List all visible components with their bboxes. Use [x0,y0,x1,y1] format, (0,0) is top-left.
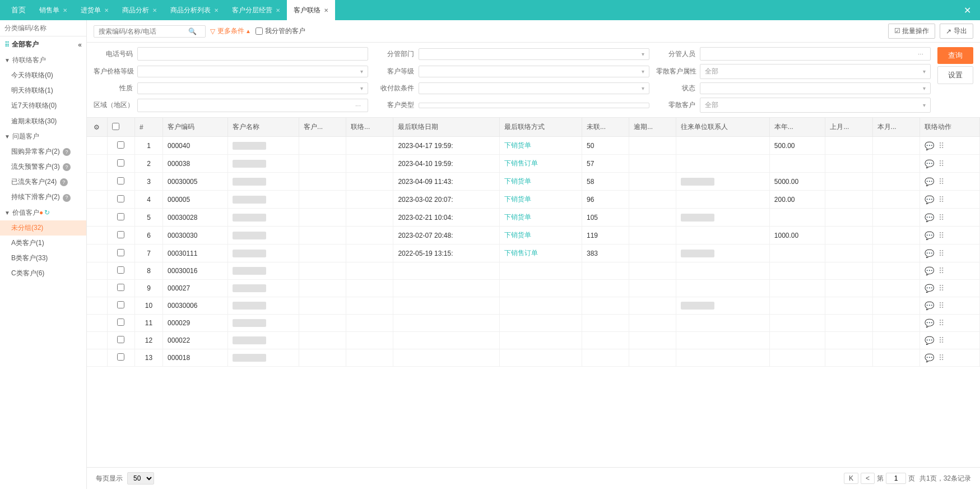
checkbox-col-header[interactable] [107,118,134,137]
row-last-method-cell[interactable]: 下销货单 [500,209,582,227]
menu-icon[interactable]: ⠿ [939,319,944,327]
row-last-method-cell[interactable] [500,315,582,332]
menu-icon[interactable]: ⠿ [939,284,944,293]
menu-icon[interactable]: ⠿ [939,159,944,168]
value-refresh-icon[interactable]: ↻ [44,209,50,216]
last-method-link[interactable]: 下销售订单 [504,159,538,167]
sidebar-item-class-b[interactable]: B类客户(33) [0,251,86,266]
chat-icon[interactable]: 💬 [925,141,934,150]
last-method-link[interactable]: 下销货单 [504,213,531,221]
row-checkbox[interactable] [117,301,124,308]
menu-icon[interactable]: ⠿ [939,213,944,222]
region-input[interactable]: ··· [137,99,368,112]
retail-attr-select[interactable]: 全部 ▾ [700,64,931,79]
window-close-btn[interactable]: ✕ [959,5,976,16]
row-checkbox-cell[interactable] [107,209,134,227]
customer-level-select[interactable]: ▾ [419,66,649,77]
row-checkbox[interactable] [117,266,124,274]
close-purchase-tab[interactable]: ✕ [104,7,109,13]
sidebar-item-today[interactable]: 今天待联络(0) [0,68,86,83]
settings-col-header[interactable]: ⚙ [87,118,107,137]
last-method-link[interactable]: 下销货单 [504,141,531,149]
batch-ops-btn[interactable]: ☑ 批量操作 [888,24,935,39]
page-number-input[interactable] [886,473,906,484]
row-checkbox[interactable] [117,159,124,167]
row-last-method-cell[interactable]: 下销货单 [500,191,582,209]
last-method-link[interactable]: 下销货单 [504,177,531,185]
query-btn[interactable]: 查询 [937,47,973,64]
nav-tab-customer-ops[interactable]: 客户分层经营 ✕ [225,0,287,20]
row-checkbox-cell[interactable] [107,297,134,315]
menu-icon[interactable]: ⠿ [939,336,944,345]
manager-input[interactable]: ··· [700,47,931,61]
row-checkbox-cell[interactable] [107,349,134,367]
row-checkbox-cell[interactable] [107,262,134,280]
menu-icon[interactable]: ⠿ [939,301,944,310]
row-checkbox[interactable] [117,141,124,149]
last-method-link[interactable]: 下销货单 [504,195,531,203]
filter-search-box[interactable]: 🔍 [94,25,206,38]
sidebar-item-7days[interactable]: 近7天待联络(0) [0,98,86,113]
price-level-select[interactable]: ▾ [137,66,368,77]
nav-home[interactable]: 首页 [4,5,32,15]
retail-select[interactable]: 全部 ▾ [700,98,931,113]
sidebar-item-churned[interactable]: 已流失客户(24) ? [0,174,86,190]
sidebar-item-abnormal[interactable]: 囤购异常客户(2) ? [0,144,86,159]
filter-search-icon[interactable]: 🔍 [188,27,197,35]
row-last-method-cell[interactable]: 下销售订单 [500,245,582,262]
row-last-method-cell[interactable]: 下销货单 [500,227,582,245]
row-checkbox-cell[interactable] [107,332,134,349]
chat-icon[interactable]: 💬 [925,213,934,222]
nav-tab-purchase[interactable]: 进货单 ✕ [74,0,115,20]
dept-select[interactable]: ▾ [419,48,649,60]
sidebar-item-tomorrow[interactable]: 明天待联络(1) [0,83,86,98]
row-checkbox-cell[interactable] [107,155,134,173]
reset-btn[interactable]: 设置 [937,66,973,84]
sidebar-search-input[interactable] [4,24,87,32]
row-last-method-cell[interactable] [500,349,582,367]
row-checkbox[interactable] [117,353,124,361]
sidebar-group-pending[interactable]: ▼ 待联络客户 [0,53,86,68]
menu-icon[interactable]: ⠿ [939,141,944,150]
sidebar-item-churn-warning[interactable]: 流失预警客户(3) ? [0,159,86,174]
filter-search-input[interactable] [99,27,188,35]
export-btn[interactable]: ↗ 导出 [940,24,973,39]
close-product-list-tab[interactable]: ✕ [214,7,219,13]
row-checkbox-cell[interactable] [107,280,134,297]
sidebar-group-value[interactable]: ▼ 价值客户 ● ↻ [0,205,86,220]
row-checkbox-cell[interactable] [107,173,134,191]
select-all-checkbox[interactable] [112,123,119,130]
chat-icon[interactable]: 💬 [925,353,934,362]
menu-icon[interactable]: ⠿ [939,177,944,186]
menu-icon[interactable]: ⠿ [939,249,944,258]
sidebar-item-class-a[interactable]: A类客户(1) [0,236,86,251]
nature-select[interactable]: ▾ [137,82,368,94]
last-method-link[interactable]: 下销货单 [504,231,531,239]
row-checkbox[interactable] [117,213,124,220]
nav-tab-product-analysis[interactable]: 商品分析 ✕ [115,0,164,20]
last-method-link[interactable]: 下销售订单 [504,249,538,257]
chat-icon[interactable]: 💬 [925,195,934,204]
region-dots-icon[interactable]: ··· [353,102,363,109]
row-checkbox[interactable] [117,177,124,184]
row-last-method-cell[interactable]: 下销货单 [500,137,582,155]
row-last-method-cell[interactable]: 下销售订单 [500,155,582,173]
nav-tab-product-list[interactable]: 商品分析列表 ✕ [164,0,225,20]
first-page-btn[interactable]: K [844,473,858,484]
nav-tab-sales[interactable]: 销售单 ✕ [32,0,74,20]
chat-icon[interactable]: 💬 [925,231,934,240]
close-customer-ops-tab[interactable]: ✕ [276,7,280,13]
sidebar-group-problem[interactable]: ▼ 问题客户 [0,129,86,144]
payment-select[interactable]: ▾ [419,82,649,94]
row-last-method-cell[interactable] [500,262,582,280]
sidebar-item-overdue[interactable]: 逾期未联络(30) [0,114,86,129]
prev-page-btn[interactable]: < [861,473,875,484]
settings-icon[interactable]: ⚙ [94,123,100,131]
phone-input[interactable] [137,47,368,61]
row-checkbox[interactable] [117,231,124,238]
row-checkbox-cell[interactable] [107,315,134,332]
chat-icon[interactable]: 💬 [925,319,934,327]
nav-tab-customer-contact[interactable]: 客户联络 ✕ [287,0,335,20]
row-last-method-cell[interactable] [500,280,582,297]
filter-my-customers[interactable]: 我分管的客户 [256,26,305,36]
